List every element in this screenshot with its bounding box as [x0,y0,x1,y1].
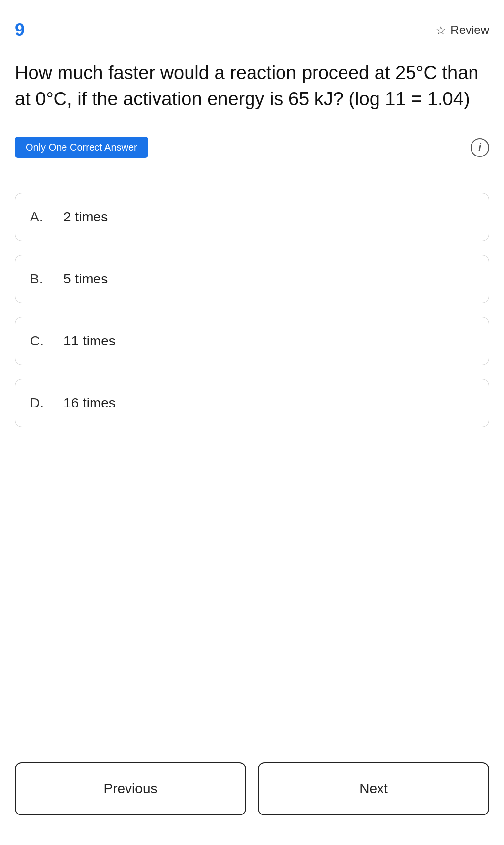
nav-buttons: Previous Next [15,762,489,825]
answer-type-row: Only One Correct Answer i [15,137,489,158]
option-d[interactable]: D. 16 times [15,379,489,427]
previous-button[interactable]: Previous [15,762,246,815]
question-number: 9 [15,20,25,40]
option-a-text: 2 times [63,209,108,225]
header: 9 ☆ Review [15,20,489,40]
review-label: Review [450,23,489,37]
option-a-label: A. [30,209,50,225]
option-b[interactable]: B. 5 times [15,255,489,303]
review-button[interactable]: ☆ Review [435,23,489,38]
answer-type-badge: Only One Correct Answer [15,137,148,158]
option-b-text: 5 times [63,271,108,287]
info-icon[interactable]: i [471,138,489,157]
option-a[interactable]: A. 2 times [15,193,489,241]
question-text: How much faster would a reaction proceed… [15,60,489,112]
option-c-text: 11 times [63,333,116,349]
option-b-label: B. [30,271,50,287]
option-c[interactable]: C. 11 times [15,317,489,365]
option-d-label: D. [30,395,50,411]
section-divider [15,173,489,173]
options-container: A. 2 times B. 5 times C. 11 times D. 16 … [15,193,489,733]
option-c-label: C. [30,333,50,349]
page-container: 9 ☆ Review How much faster would a react… [0,0,504,845]
next-button[interactable]: Next [258,762,489,815]
option-d-text: 16 times [63,395,116,411]
star-icon: ☆ [435,23,446,38]
